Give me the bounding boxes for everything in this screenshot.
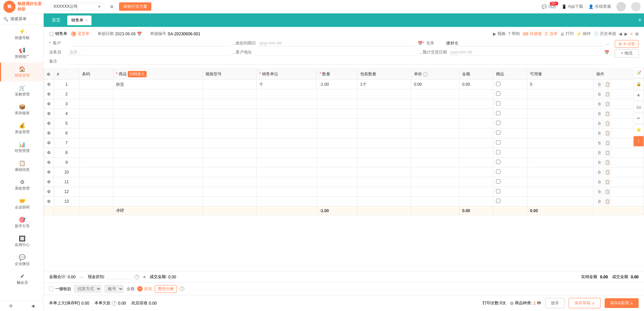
row-qty[interactable]: [317, 158, 357, 167]
discard-button[interactable]: 放弃: [545, 298, 565, 308]
row-product[interactable]: [113, 89, 202, 99]
save-draft-button[interactable]: 保存草稿 ∧: [569, 298, 601, 308]
due-date-input[interactable]: [258, 40, 415, 46]
row-amount[interactable]: [459, 158, 493, 167]
row-barcode[interactable]: [79, 138, 113, 148]
settings-icon[interactable]: ⚙: [107, 2, 116, 11]
float-lock-icon[interactable]: 🔒: [633, 79, 644, 89]
row-copy-icon[interactable]: 📋: [604, 101, 611, 107]
price-help-icon[interactable]: i: [423, 72, 428, 77]
row-spec[interactable]: [203, 148, 257, 158]
row-copy-icon[interactable]: 📋: [604, 159, 611, 166]
row-amount[interactable]: [459, 89, 493, 99]
row-price[interactable]: [411, 89, 459, 99]
row-product[interactable]: [113, 177, 202, 187]
row-copy-icon[interactable]: 📋: [604, 198, 611, 205]
row-spec[interactable]: [203, 177, 257, 187]
expected-date-input[interactable]: [449, 49, 602, 55]
row-qty[interactable]: [317, 119, 357, 128]
row-qty[interactable]: [317, 99, 357, 109]
row-spec[interactable]: [203, 109, 257, 119]
row-barcode[interactable]: [79, 187, 113, 197]
row-pack-qty[interactable]: [357, 177, 411, 187]
row-delete-icon[interactable]: 🗑: [596, 198, 603, 205]
row-gear[interactable]: ⚙: [44, 167, 54, 177]
try-industry-button[interactable]: 体验行业方案: [119, 2, 151, 11]
row-barcode[interactable]: [79, 109, 113, 119]
row-price[interactable]: [411, 148, 459, 158]
row-price[interactable]: [411, 128, 459, 138]
one-click-payment-checkbox[interactable]: 一键收款: [49, 286, 71, 292]
row-unit[interactable]: [256, 138, 317, 148]
toolbar-print[interactable]: 🖨 打印: [560, 31, 574, 37]
row-gear[interactable]: ⚙: [44, 109, 54, 119]
row-barcode[interactable]: [79, 197, 113, 206]
row-copy-icon[interactable]: 📋: [604, 91, 611, 98]
row-gear[interactable]: ⚙: [44, 80, 54, 89]
row-product[interactable]: [113, 109, 202, 119]
toolbar-operations[interactable]: ⚡ 操作: [576, 31, 591, 37]
row-amount[interactable]: [459, 148, 493, 158]
row-qty[interactable]: [317, 197, 357, 206]
sidebar-item-finance[interactable]: 💰 资金管理: [0, 119, 43, 138]
logistics-button[interactable]: + 物流: [615, 49, 639, 57]
row-gift[interactable]: [493, 99, 527, 109]
settings-button[interactable]: ⚙ ⚙ 设置: [615, 40, 639, 48]
row-product[interactable]: [113, 167, 202, 177]
row-qty[interactable]: [317, 109, 357, 119]
customer-input[interactable]: [72, 40, 231, 46]
row-delete-icon[interactable]: 🗑: [596, 188, 603, 195]
row-delete-icon[interactable]: 🗑: [596, 130, 603, 137]
float-book-icon[interactable]: 📖: [633, 102, 644, 112]
salesperson-lookup-icon[interactable]: ...: [232, 50, 236, 55]
row-copy-icon[interactable]: 📋: [604, 140, 611, 146]
sidebar-item-inventory[interactable]: 📦 库存核算: [0, 100, 43, 119]
row-spec[interactable]: [203, 99, 257, 109]
sidebar-item-member[interactable]: ✔ 畅会员: [0, 270, 43, 288]
row-barcode[interactable]: [79, 128, 113, 138]
row-amount[interactable]: [459, 138, 493, 148]
row-barcode[interactable]: [79, 89, 113, 99]
row-spec[interactable]: [203, 138, 257, 148]
row-unit[interactable]: [256, 177, 317, 187]
toolbar-shortcut[interactable]: ⌨ 快捷键: [523, 31, 542, 37]
fee-help-icon[interactable]: ?: [180, 286, 184, 291]
float-notes-icon[interactable]: 📝: [633, 67, 644, 78]
row-copy-icon[interactable]: 📋: [604, 130, 611, 137]
row-price[interactable]: [411, 119, 459, 128]
row-product[interactable]: [113, 119, 202, 128]
save-new-button[interactable]: 保存&新增 ∧: [605, 298, 639, 308]
row-price[interactable]: [411, 197, 459, 206]
toolbar-history[interactable]: 📄 历史单据: [594, 31, 616, 37]
row-gear[interactable]: ⚙: [44, 148, 54, 158]
row-unit[interactable]: [256, 167, 317, 177]
discount-help-icon[interactable]: ?: [135, 275, 139, 279]
row-product[interactable]: [113, 158, 202, 167]
row-amount[interactable]: [459, 197, 493, 206]
row-barcode[interactable]: [79, 177, 113, 187]
row-gift[interactable]: [493, 119, 527, 128]
balance-help-icon[interactable]: ?: [112, 301, 117, 306]
row-barcode[interactable]: [79, 80, 113, 89]
due-date-calendar-icon[interactable]: 📅: [418, 41, 423, 46]
row-pack-qty[interactable]: [357, 148, 411, 158]
row-pack-qty[interactable]: [357, 109, 411, 119]
row-gear[interactable]: ⚙: [44, 128, 54, 138]
row-unit[interactable]: [256, 148, 317, 158]
row-copy-icon[interactable]: 📋: [604, 110, 611, 117]
row-copy-icon[interactable]: 📋: [604, 120, 611, 127]
row-price[interactable]: [411, 138, 459, 148]
cash-discount-input[interactable]: [106, 274, 133, 279]
sidebar-item-system[interactable]: ⚙ 系统管理: [0, 176, 43, 194]
row-gear[interactable]: ⚙: [44, 89, 54, 99]
row-delete-icon[interactable]: 🗑: [596, 149, 603, 156]
row-price[interactable]: [411, 177, 459, 187]
row-spec[interactable]: [203, 158, 257, 167]
row-qty[interactable]: [317, 128, 357, 138]
sidebar-settings-icon[interactable]: ⚙: [9, 304, 13, 308]
row-product[interactable]: [113, 148, 202, 158]
row-price[interactable]: 0.00: [411, 80, 459, 89]
row-copy-icon[interactable]: 📋: [604, 149, 611, 156]
row-qty[interactable]: [317, 177, 357, 187]
row-price[interactable]: [411, 167, 459, 177]
